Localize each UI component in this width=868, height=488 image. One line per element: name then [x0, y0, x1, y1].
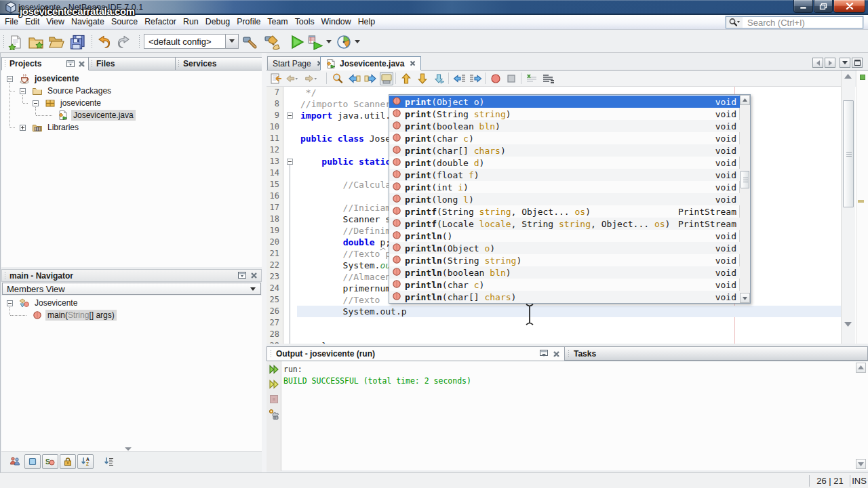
menu-debug[interactable]: Debug: [202, 15, 234, 29]
completion-item[interactable]: print(int i)void: [389, 181, 740, 193]
popup-scrollbar-thumb[interactable]: [741, 171, 749, 188]
back-button[interactable]: [285, 72, 298, 85]
scroll-tabs-right-button[interactable]: [825, 58, 835, 68]
expand-toggle[interactable]: [20, 125, 26, 131]
editor-tab-josevicente-java[interactable]: Josevicente.java: [320, 56, 421, 70]
completion-item[interactable]: println(Object o)void: [389, 242, 740, 254]
editor-tab-start-page[interactable]: Start Page: [267, 56, 328, 70]
undo-button[interactable]: [95, 33, 113, 50]
close-panel-icon[interactable]: [250, 272, 258, 279]
search-icon[interactable]: [726, 17, 743, 28]
shift-right-button[interactable]: [469, 72, 482, 85]
completion-item[interactable]: printf(String string, Object... os)Print…: [389, 205, 740, 218]
build-project-button[interactable]: [241, 33, 258, 50]
completion-item[interactable]: print(long l)void: [389, 193, 740, 205]
minimize-window-icon[interactable]: [66, 60, 75, 68]
tab-services[interactable]: Services: [176, 57, 262, 70]
completion-item[interactable]: println(char[] chars)void: [389, 291, 740, 303]
restore-button[interactable]: [814, 0, 833, 13]
forward-button[interactable]: [304, 72, 317, 85]
run-project-button[interactable]: [288, 33, 306, 50]
close-button[interactable]: [833, 0, 865, 13]
completion-item[interactable]: println(boolean bln)void: [389, 266, 740, 279]
fold-collapse-box[interactable]: [287, 113, 293, 119]
navigator-title-bar[interactable]: main - Navigator: [1, 269, 262, 282]
config-dropdown-arrow[interactable]: [225, 35, 238, 48]
sort-by-source-filter-button[interactable]: [100, 454, 117, 469]
menu-source[interactable]: Source: [108, 15, 141, 29]
close-tab-icon[interactable]: [410, 59, 416, 68]
completion-item[interactable]: println(String string)void: [389, 254, 740, 266]
config-combobox[interactable]: <default config>: [144, 34, 239, 49]
code-folding-margin[interactable]: [284, 87, 297, 344]
stop-macro-button[interactable]: [505, 72, 518, 85]
menu-navigate[interactable]: Navigate: [68, 15, 108, 29]
editor-scrollbar[interactable]: [841, 70, 855, 344]
menu-refactor[interactable]: Refactor: [141, 15, 180, 29]
tree-row[interactable]: Josevicente: [1, 297, 262, 309]
completion-item[interactable]: println()void: [389, 230, 740, 242]
toggle-highlight-button[interactable]: [380, 72, 393, 85]
title-bar[interactable]: josevicente - NetBeans IDE 7.0.1: [0, 0, 868, 15]
popup-scrollbar[interactable]: [739, 95, 750, 303]
collapse-toggle[interactable]: [33, 100, 39, 106]
rerun-button[interactable]: [268, 363, 280, 375]
menu-team[interactable]: Team: [264, 15, 291, 29]
find-previous-button[interactable]: [347, 72, 361, 85]
tree-row[interactable]: Josevicente.java: [1, 109, 262, 121]
vertical-splitter[interactable]: [262, 53, 267, 472]
projects-tree[interactable]: josevicenteSource PackagesjosevicenteJos…: [1, 70, 262, 267]
fold-collapse-box[interactable]: [287, 159, 293, 165]
tab-list-button[interactable]: [840, 58, 850, 68]
show-static-members-filter-button[interactable]: S: [42, 454, 58, 469]
new-file-button[interactable]: [7, 33, 24, 50]
redo-button[interactable]: [115, 33, 133, 50]
completion-item[interactable]: print(double d)void: [389, 157, 740, 169]
new-project-button[interactable]: [27, 33, 45, 50]
tab-files[interactable]: Files: [89, 57, 176, 70]
scroll-down-arrow[interactable]: [844, 320, 852, 329]
forward-dropdown-arrow[interactable]: [316, 72, 323, 85]
previous-bookmark-button[interactable]: [399, 72, 413, 85]
completion-item[interactable]: print(float f)void: [389, 169, 740, 181]
error-stripe[interactable]: [856, 70, 868, 344]
menu-profile[interactable]: Profile: [233, 15, 264, 29]
shift-left-button[interactable]: [452, 72, 466, 85]
collapse-toggle[interactable]: [20, 88, 26, 94]
tasks-tab[interactable]: Tasks: [565, 346, 868, 361]
scrollbar-thumb[interactable]: [843, 100, 854, 207]
minimize-window-icon[interactable]: [540, 350, 548, 358]
find-selection-button[interactable]: [331, 72, 344, 85]
output-scroll-up[interactable]: [856, 363, 866, 373]
maximize-window-button[interactable]: [852, 58, 863, 68]
completion-item[interactable]: printf(Locale locale, String string, Obj…: [389, 218, 740, 230]
menu-help[interactable]: Help: [355, 15, 378, 29]
output-console[interactable]: run:BUILD SUCCESSFUL (total time: 2 seco…: [267, 361, 868, 470]
minimize-button[interactable]: [793, 0, 813, 13]
profile-project-dropdown-arrow[interactable]: [353, 33, 361, 50]
navigator-tree[interactable]: Josevicentemain(String[] args): [1, 296, 262, 451]
debug-project-button[interactable]: [307, 33, 324, 50]
tree-row[interactable]: Libraries: [1, 121, 262, 134]
tree-row[interactable]: josevicente: [1, 73, 262, 85]
collapse-toggle[interactable]: [7, 76, 13, 82]
completion-item[interactable]: print(char c)void: [389, 132, 740, 144]
menu-run[interactable]: Run: [180, 15, 202, 29]
menu-edit[interactable]: Edit: [22, 15, 43, 29]
quick-search-box[interactable]: Search (Ctrl+I): [726, 16, 863, 28]
menu-view[interactable]: View: [43, 15, 68, 29]
tree-row[interactable]: main(String[] args): [1, 309, 262, 321]
profile-project-button[interactable]: [335, 33, 353, 50]
collapse-toggle[interactable]: [7, 300, 13, 306]
completion-item[interactable]: print(Object o)void: [389, 96, 740, 108]
rerun-with-args-button[interactable]: [268, 378, 280, 390]
tree-row[interactable]: Source Packages: [1, 85, 262, 97]
completion-item[interactable]: print(String string)void: [389, 108, 740, 120]
tab-projects[interactable]: Projects: [1, 57, 89, 70]
sort-alpha-filter-button[interactable]: AZ: [77, 454, 94, 469]
back-dropdown-arrow[interactable]: [297, 72, 304, 85]
debug-project-dropdown-arrow[interactable]: [325, 33, 333, 50]
menu-window[interactable]: Window: [318, 15, 355, 29]
uncomment-button[interactable]: [541, 72, 555, 85]
show-fields-filter-button[interactable]: [24, 454, 41, 469]
